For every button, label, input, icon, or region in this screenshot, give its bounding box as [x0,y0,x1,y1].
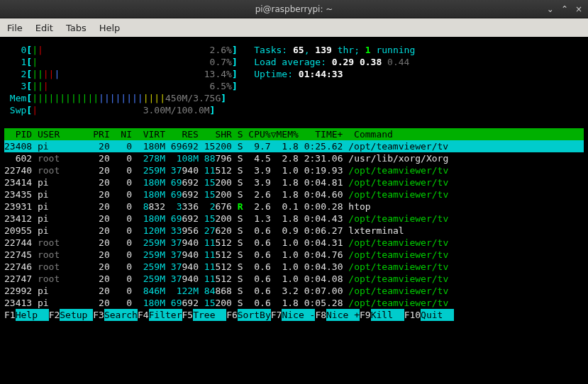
fn-key[interactable]: F2 [49,309,60,321]
mem-bar: Mem[||||||||||||||||||||||||450M/3.75G] [4,92,584,104]
process-row[interactable]: 20955 pi 20 0 120M 33956 27620 S 0.6 0.9… [4,225,584,237]
fn-key[interactable]: F3 [93,309,104,321]
terminal[interactable]: 0[|| 2.6%] Tasks: 65, 139 thr; 1 running… [0,37,588,321]
fn-key[interactable]: F5 [182,309,194,321]
process-row[interactable]: 602 root 20 0 278M 108M 88796 S 4.5 2.8 … [4,152,584,164]
process-row[interactable]: 22744 root 20 0 259M 37940 11512 S 0.6 1… [4,237,584,249]
menu-tabs[interactable]: Tabs [66,23,87,33]
process-row[interactable]: 23931 pi 20 0 8832 3336 2676 R 2.6 0.1 0… [4,201,584,213]
menu-edit[interactable]: Edit [35,23,53,33]
process-row[interactable]: 23412 pi 20 0 180M 69692 15200 S 1.3 1.8… [4,213,584,225]
fn-label[interactable]: Nice - [282,309,315,321]
process-row[interactable]: 22992 pi 20 0 846M 122M 84868 S 0.6 3.2 … [4,285,584,297]
process-row[interactable]: 23435 pi 20 0 180M 69692 15200 S 2.6 1.8… [4,188,584,201]
fn-label[interactable]: Tree [193,309,226,321]
window-titlebar: pi@raspberrypi: ~ ⌄ ⌃ × [0,0,588,18]
fn-label[interactable]: Nice + [326,309,360,321]
process-row[interactable]: 23414 pi 20 0 180M 69692 15200 S 3.9 1.8… [4,176,584,188]
process-table: 23408 pi 20 0 180M 69692 15200 S 9.7 1.8… [4,140,584,309]
swp-bar: Swp[| 3.00M/100.0M] [4,104,584,116]
fn-key[interactable]: F10 [404,309,421,321]
menu-file[interactable]: File [7,23,23,33]
cpu-bar-3: 3[||| 6.5%] [4,80,584,92]
process-row[interactable]: 22745 root 20 0 259M 37940 11512 S 0.6 1… [4,249,584,261]
fn-label[interactable]: Quit [421,309,454,321]
function-bar: F1Help F2Setup F3SearchF4FilterF5Tree F6… [4,309,584,321]
fn-key[interactable]: F6 [226,309,238,321]
maximize-icon[interactable]: ⌃ [561,4,568,14]
fn-label[interactable]: Filter [149,309,182,321]
blank [4,116,584,128]
close-icon[interactable]: × [575,4,582,14]
fn-label[interactable]: Setup [60,309,93,321]
menubar: File Edit Tabs Help [0,18,588,37]
cpu-bar-2: 2[||||| 13.4%] Uptime: 01:44:33 [4,68,584,80]
cpu-bar-1: 1[| 0.7%] Load average: 0.29 0.38 0.44 [4,56,584,68]
fn-label[interactable]: Help [16,309,49,321]
fn-label[interactable]: Kill [371,309,404,321]
fn-label[interactable]: SortBy [238,309,271,321]
window-title: pi@raspberrypi: ~ [255,4,333,14]
fn-key[interactable]: F1 [4,309,16,321]
fn-key[interactable]: F4 [138,309,149,321]
fn-key[interactable]: F7 [271,309,282,321]
fn-key[interactable]: F9 [360,309,371,321]
menu-help[interactable]: Help [99,23,121,33]
process-row[interactable]: 23413 pi 20 0 180M 69692 15200 S 0.6 1.8… [4,297,584,309]
cpu-bar-0: 0[|| 2.6%] Tasks: 65, 139 thr; 1 running [4,44,584,56]
fn-label[interactable]: Search [104,309,138,321]
minimize-icon[interactable]: ⌄ [547,4,554,14]
process-row[interactable]: 22740 root 20 0 259M 37940 11512 S 3.9 1… [4,164,584,176]
process-row[interactable]: 22746 root 20 0 259M 37940 11512 S 0.6 1… [4,261,584,273]
process-row[interactable]: 23408 pi 20 0 180M 69692 15200 S 9.7 1.8… [4,140,584,152]
process-row[interactable]: 22747 root 20 0 259M 37940 11512 S 0.6 1… [4,273,584,285]
fn-key[interactable]: F8 [315,309,326,321]
column-header[interactable]: PID USER PRI NI VIRT RES SHR S CPU%▽MEM%… [4,128,584,140]
